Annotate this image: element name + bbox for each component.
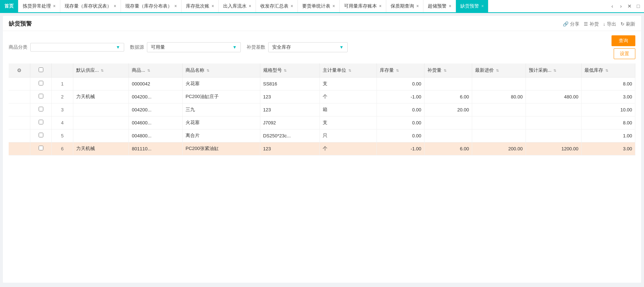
col-name-header: 商品名称 ⇅ — [182, 63, 260, 77]
row-replenish-qty: 6.00 — [425, 142, 472, 155]
tab-5[interactable]: 出入库流水 × — [219, 0, 256, 12]
col-replenish-sort-icon[interactable]: ⇅ — [444, 69, 447, 72]
row-min-stock: 8.00 — [582, 116, 635, 129]
tab-11-close[interactable]: × — [481, 4, 484, 9]
table-wrapper: ⚙ 默认供应... ⇅ 商品... ⇅ 商品名称 — [3, 63, 641, 161]
tab-home[interactable]: 首页 — [0, 0, 18, 12]
col-supplier-header: 默认供应... ⇅ — [73, 63, 129, 77]
datasource-select[interactable]: 可用量 ▼ — [147, 42, 241, 52]
col-name-sort-icon[interactable]: ⇅ — [206, 69, 209, 72]
row-checkbox[interactable] — [39, 81, 43, 85]
tab-4[interactable]: 库存批次账 × — [182, 0, 219, 12]
row-min-stock: 10.00 — [582, 103, 635, 116]
tab-9-close[interactable]: × — [416, 4, 419, 9]
refresh-button[interactable]: ↻ 刷新 — [621, 21, 635, 27]
tab-2[interactable]: 现存量（库存状况表） × — [60, 0, 121, 12]
tab-4-close[interactable]: × — [212, 4, 214, 9]
col-price-sort-icon[interactable]: ⇅ — [496, 69, 499, 72]
tab-6-close[interactable]: × — [291, 4, 293, 9]
row-unit: 只 — [319, 129, 377, 142]
tab-3-label: 现存量（库存分布表） — [125, 3, 172, 9]
tab-3-close[interactable]: × — [174, 4, 177, 9]
share-button[interactable]: 🔗 分享 — [563, 21, 579, 27]
col-est-header: 预计采购... ⇅ — [526, 63, 581, 77]
row-supplier — [73, 129, 129, 142]
tab-1-close[interactable]: × — [53, 4, 56, 9]
row-check-cell[interactable] — [30, 77, 51, 90]
row-check-cell[interactable] — [30, 116, 51, 129]
row-checkbox[interactable] — [39, 94, 43, 98]
replenish-button[interactable]: ☰ 补货 — [584, 21, 599, 27]
col-spec-sort-icon[interactable]: ⇅ — [284, 69, 287, 72]
replenish-base-label: 补货基数 — [247, 44, 265, 50]
tab-3[interactable]: 现存量（库存分布表） × — [121, 0, 182, 12]
tab-9[interactable]: 保质期查询 × — [386, 0, 423, 12]
tab-2-close[interactable]: × — [114, 4, 116, 9]
col-est-label: 预计采购... — [529, 67, 552, 73]
tab-8-label: 可用量库存账本 — [344, 3, 377, 9]
tab-10[interactable]: 超储预警 × — [423, 0, 456, 12]
row-check-cell[interactable] — [30, 90, 51, 103]
col-stock-label: 库存量 — [380, 67, 394, 73]
settings-gear-icon[interactable]: ⚙ — [17, 67, 22, 73]
tab-5-close[interactable]: × — [249, 4, 251, 9]
table-row[interactable]: 3 004200... 三九 123 箱 0.00 20.00 10.00 — [9, 103, 635, 116]
col-settings-header[interactable]: ⚙ — [9, 63, 30, 77]
col-supplier-sort-icon[interactable]: ⇅ — [101, 69, 104, 72]
row-min-stock: 3.00 — [582, 142, 635, 155]
tab-prev-button[interactable]: ‹ — [608, 2, 617, 10]
col-replenish-header: 补货量 ⇅ — [425, 63, 472, 77]
col-minstock-sort-icon[interactable]: ⇅ — [605, 69, 608, 72]
row-check-cell[interactable] — [30, 142, 51, 155]
row-latest-price — [472, 103, 526, 116]
table-row[interactable]: 1 0000042 火花塞 SS816 支 0.00 8.00 — [9, 77, 635, 90]
row-checkbox[interactable] — [39, 107, 43, 111]
query-button[interactable]: 查询 — [612, 35, 635, 46]
row-replenish-qty — [425, 77, 472, 90]
table-row[interactable]: 5 004800... 离合片 DS250*23c... 只 0.00 1.00 — [9, 129, 635, 142]
tab-6-label: 收发存汇总表 — [260, 3, 288, 9]
tab-expand-button[interactable]: □ — [634, 2, 643, 10]
tab-7-close[interactable]: × — [332, 4, 335, 9]
tab-next-button[interactable]: › — [617, 2, 625, 10]
tab-7[interactable]: 要货单统计表 × — [298, 0, 340, 12]
tab-11[interactable]: 缺货预警 × — [456, 0, 488, 12]
row-checkbox[interactable] — [39, 146, 43, 150]
setting-button[interactable]: 设置 — [614, 48, 635, 59]
row-stock: -1.00 — [377, 142, 424, 155]
col-check-header[interactable] — [30, 63, 51, 77]
row-min-stock: 8.00 — [582, 77, 635, 90]
row-checkbox[interactable] — [39, 133, 43, 137]
tab-6[interactable]: 收发存汇总表 × — [256, 0, 298, 12]
table-row[interactable]: 6 力天机械 801110... PC200张紧油缸 123 个 -1.00 6… — [9, 142, 635, 155]
row-settings-cell — [9, 116, 30, 129]
row-unit: 个 — [319, 142, 377, 155]
replenish-base-select[interactable]: 安全库存 ▼ — [268, 42, 348, 52]
col-code-sort-icon[interactable]: ⇅ — [147, 69, 150, 72]
export-icon: ↓ — [603, 21, 606, 27]
row-code: 004200... — [129, 103, 183, 116]
row-check-cell[interactable] — [30, 103, 51, 116]
table-row[interactable]: 4 004600... 火花塞 J7092 支 0.00 8.00 — [9, 116, 635, 129]
col-est-sort-icon[interactable]: ⇅ — [553, 69, 556, 72]
tab-10-close[interactable]: × — [449, 4, 451, 9]
category-select[interactable]: ▼ — [30, 43, 124, 52]
select-all-checkbox[interactable] — [39, 67, 43, 72]
row-checkbox[interactable] — [39, 120, 43, 124]
tab-8-close[interactable]: × — [379, 4, 382, 9]
col-unit-label: 主计量单位 — [323, 67, 346, 73]
col-unit-sort-icon[interactable]: ⇅ — [348, 69, 351, 72]
table-body: 1 0000042 火花塞 SS816 支 0.00 8.00 2 力天机械 0… — [9, 77, 635, 155]
table-row[interactable]: 2 力天机械 004200... PC200油缸庄子 123 个 -1.00 6… — [9, 90, 635, 103]
export-button[interactable]: ↓ 导出 — [603, 21, 617, 27]
row-check-cell[interactable] — [30, 129, 51, 142]
col-code-label: 商品... — [132, 67, 145, 73]
col-minstock-header: 最低库存 ⇅ — [582, 63, 635, 77]
col-stock-sort-icon[interactable]: ⇅ — [396, 69, 399, 72]
row-code: 801110... — [129, 142, 183, 155]
tab-close-all-button[interactable]: ✕ — [625, 2, 634, 10]
row-min-stock: 1.00 — [582, 129, 635, 142]
row-unit: 支 — [319, 77, 377, 90]
tab-8[interactable]: 可用量库存账本 × — [340, 0, 386, 12]
tab-1[interactable]: 拣货异常处理 × — [18, 0, 60, 12]
